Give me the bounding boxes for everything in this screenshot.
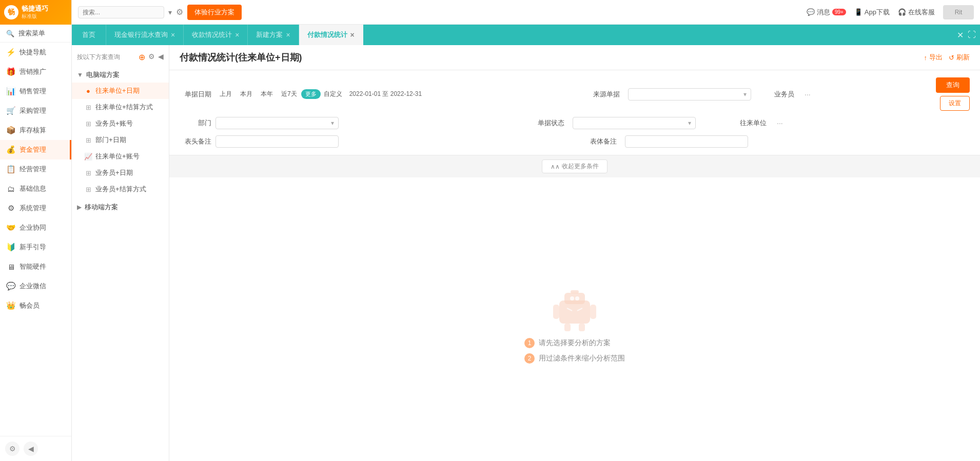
- sidebar-item-inventory[interactable]: 📦库存核算: [0, 121, 71, 140]
- sidebar-item-basic-label: 基础信息: [19, 184, 46, 193]
- sidebar-item-enterprise-label: 企业协同: [19, 223, 46, 232]
- tree-item-partner-account[interactable]: 📈 往来单位+账号: [72, 148, 169, 165]
- tree-item-dept-date[interactable]: ⊞ 部门+日期: [72, 132, 169, 148]
- sidebar-item-hardware[interactable]: 🖥智能硬件: [0, 257, 71, 276]
- tab-payment-stats[interactable]: 付款情况统计 ×: [299, 25, 363, 45]
- tree-item-staff-date[interactable]: ⊞ 业务员+日期: [72, 165, 169, 181]
- source-select[interactable]: ▾: [628, 88, 751, 101]
- marketing-icon: 🎁: [6, 67, 15, 76]
- date-btn-custom[interactable]: 自定义: [321, 88, 345, 100]
- set-btn[interactable]: 设置: [940, 96, 970, 111]
- online-service-btn[interactable]: 🎧 在线客服: [898, 8, 935, 17]
- purchase-icon: 🛒: [6, 106, 15, 115]
- page-header-actions: ↑ 导出 ↺ 刷新: [924, 53, 970, 68]
- message-icon: 💬: [807, 8, 815, 16]
- operations-icon: 📋: [6, 165, 15, 174]
- tab-new-plan[interactable]: 新建方案 ×: [248, 25, 299, 45]
- tab-new-plan-close[interactable]: ×: [286, 31, 290, 39]
- sidebar-item-basic[interactable]: 🗂基础信息: [0, 179, 71, 198]
- sidebar-item-system[interactable]: ⚙系统管理: [0, 198, 71, 218]
- partner-ellipsis-btn[interactable]: ···: [775, 119, 785, 127]
- window-expand-icon[interactable]: ⛶: [968, 30, 976, 39]
- system-icon: ⚙: [6, 204, 15, 213]
- sidebar-item-sales[interactable]: 📊销售管理: [0, 82, 71, 101]
- date-filter-label: 单据日期: [180, 90, 215, 99]
- sidebar-item-finance[interactable]: 💰资金管理: [0, 140, 71, 159]
- body-note-input[interactable]: [625, 135, 748, 148]
- tab-home[interactable]: 首页: [72, 25, 106, 45]
- tree-group-mobile-title[interactable]: ▶ 移动端方案: [72, 199, 169, 215]
- status-chevron-icon: ▾: [688, 119, 691, 127]
- add-plan-btn[interactable]: ⊕: [139, 52, 145, 62]
- sidebar-item-marketing-label: 营销推广: [19, 67, 46, 76]
- topbar-gear-icon[interactable]: ⚙: [176, 7, 183, 17]
- query-action-col: 查询 设置: [929, 77, 970, 111]
- sidebar-item-member[interactable]: 👑畅会员: [0, 296, 71, 315]
- tree-item-partner-date-label: 往来单位+日期: [95, 86, 140, 95]
- empty-tips: 1 请先选择要分析的方案 2 用过滤条件来缩小分析范围: [524, 338, 625, 364]
- tree-item-partner-date[interactable]: ● 往来单位+日期: [72, 83, 169, 99]
- sidebar-item-operations[interactable]: 📋经营管理: [0, 159, 71, 179]
- sidebar-item-weixin[interactable]: 💬企业微信: [0, 276, 71, 296]
- tab-receipt-stats[interactable]: 收款情况统计 ×: [184, 25, 248, 45]
- plan-settings-icon[interactable]: ⚙: [148, 52, 155, 62]
- tree-item-partner-settlement[interactable]: ⊞ 往来单位+结算方式: [72, 99, 169, 115]
- empty-tip-2: 2 用过滤条件来缩小分析范围: [524, 353, 625, 364]
- app-download-btn[interactable]: 📱 App下载: [854, 8, 890, 17]
- sidebar: 畅 畅捷通巧 标准版 🔍 搜索菜单 ⚡快捷导航🎁营销推广📊销售管理🛒采购管理📦库…: [0, 0, 72, 461]
- tab-home-label: 首页: [82, 30, 95, 39]
- topbar-search-input[interactable]: [78, 6, 164, 18]
- export-label: 导出: [929, 53, 943, 62]
- tree-item-icon-3: ⊞: [84, 136, 92, 144]
- online-service-label: 在线客服: [908, 8, 935, 17]
- date-btn-this-year[interactable]: 本年: [257, 88, 277, 100]
- tabbar: 首页 现金银行流水查询 × 收款情况统计 × 新建方案 × 付款情况统计 × ✕…: [72, 25, 980, 45]
- sidebar-item-enterprise[interactable]: 🤝企业协同: [0, 218, 71, 237]
- sidebar-search[interactable]: 🔍 搜索菜单: [0, 25, 71, 43]
- date-btn-7days[interactable]: 近7天: [277, 88, 301, 100]
- trial-btn[interactable]: 体验行业方案: [187, 5, 242, 20]
- sidebar-item-guide-label: 新手引导: [19, 243, 46, 252]
- tree-item-staff-account[interactable]: ⊞ 业务员+账号: [72, 115, 169, 132]
- export-btn[interactable]: ↑ 导出: [924, 53, 943, 62]
- query-btn[interactable]: 查询: [936, 77, 970, 93]
- tree-group-desktop-title[interactable]: ▼ 电脑端方案: [72, 67, 169, 83]
- tree-item-icon-2: ⊞: [84, 119, 92, 128]
- sidebar-item-guide[interactable]: 🔰新手引导: [0, 237, 71, 257]
- staff-ellipsis-btn[interactable]: ···: [802, 90, 813, 98]
- logo-text: 畅捷通巧 标准版: [22, 5, 48, 20]
- collapse-conditions-btn[interactable]: ∧∧ 收起更多条件: [542, 159, 607, 173]
- header-note-input[interactable]: [215, 135, 339, 148]
- tab-payment-stats-close[interactable]: ×: [350, 31, 355, 39]
- tab-cash-flow-close[interactable]: ×: [171, 31, 175, 39]
- tab-cash-flow[interactable]: 现金银行流水查询 ×: [106, 25, 184, 45]
- tree-mobile-expand-icon: ▶: [77, 204, 82, 211]
- date-btn-more[interactable]: 更多: [301, 89, 321, 99]
- tree-item-staff-settlement[interactable]: ⊞ 业务员+结算方式: [72, 181, 169, 197]
- tree-item-icon-6: ⊞: [84, 185, 92, 193]
- sidebar-item-weixin-label: 企业微信: [19, 282, 46, 291]
- sidebar-item-quick-nav[interactable]: ⚡快捷导航: [0, 43, 71, 62]
- window-close-icon[interactable]: ✕: [957, 30, 964, 40]
- sidebar-item-purchase[interactable]: 🛒采购管理: [0, 101, 71, 121]
- topbar-chevron-icon[interactable]: ▾: [168, 8, 172, 16]
- messages-btn[interactable]: 💬 消息 99+: [807, 8, 846, 17]
- finance-icon: 💰: [6, 145, 15, 154]
- panel-collapse-icon[interactable]: ◀: [158, 52, 164, 62]
- source-label: 来源单据: [588, 90, 624, 99]
- sidebar-item-finance-label: 资金管理: [19, 145, 46, 154]
- user-avatar[interactable]: Rit: [943, 5, 974, 19]
- tab-receipt-stats-close[interactable]: ×: [235, 31, 239, 39]
- date-btn-last-month[interactable]: 上月: [215, 88, 236, 100]
- collapse-btn[interactable]: ◀: [24, 442, 38, 456]
- sidebar-item-marketing[interactable]: 🎁营销推广: [0, 62, 71, 82]
- dept-select[interactable]: ▾: [215, 117, 339, 129]
- refresh-btn[interactable]: ↺ 刷新: [949, 53, 970, 62]
- refresh-icon: ↺: [949, 54, 954, 62]
- logo-icon: 畅: [4, 5, 18, 19]
- svg-rect-5: [553, 305, 559, 319]
- settings-btn[interactable]: ⚙: [5, 442, 19, 456]
- app-icon: 📱: [854, 8, 863, 16]
- status-select[interactable]: ▾: [573, 117, 696, 129]
- date-btn-this-month[interactable]: 本月: [236, 88, 257, 100]
